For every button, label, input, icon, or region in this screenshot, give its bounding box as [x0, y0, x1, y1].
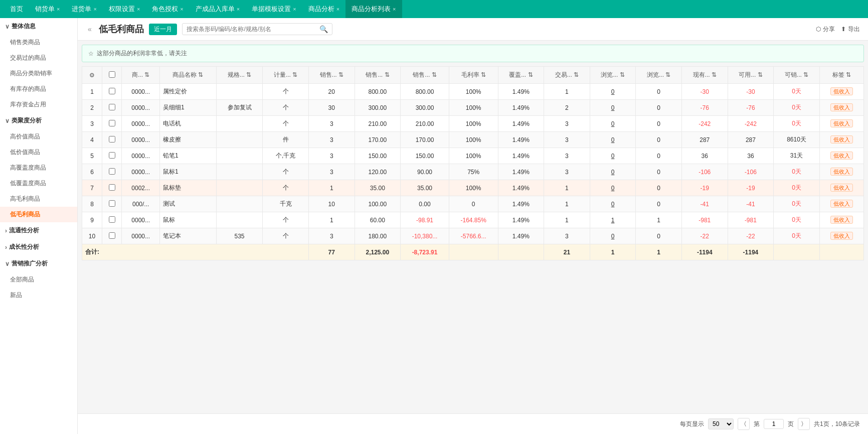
nav-purchase-order[interactable]: 进货单× [66, 0, 102, 18]
row-name[interactable]: 鼠标垫 [159, 180, 216, 196]
sidebar-group-clustering[interactable]: ∨ 类聚度分析 [0, 112, 77, 129]
row-checkbox[interactable] [102, 100, 122, 116]
row-name[interactable]: 橡皮擦 [159, 132, 216, 148]
nav-product-entry[interactable]: 产成品入库单× [190, 0, 246, 18]
close-icon[interactable]: × [393, 6, 396, 12]
sidebar-item-stock-capital[interactable]: 库存资金占用 [0, 97, 77, 112]
row-view1[interactable]: 0 [590, 196, 636, 212]
nav-permissions[interactable]: 权限设置× [103, 0, 146, 18]
sidebar-item-traded-goods[interactable]: 交易过的商品 [0, 50, 77, 66]
row-sales-profit: 800.00 [401, 84, 449, 100]
col-coverage[interactable]: 覆盖... ⇅ [498, 67, 544, 84]
sidebar-group-overall[interactable]: ∨ 整体信息 [0, 18, 77, 35]
col-name[interactable]: 商品名称 ⇅ [159, 67, 216, 84]
sidebar-item-low-value[interactable]: 低价值商品 [0, 144, 77, 160]
row-checkbox[interactable] [102, 132, 122, 148]
row-checkbox[interactable] [102, 196, 122, 212]
sidebar-item-high-margin[interactable]: 高毛利商品 [0, 191, 77, 207]
row-view1[interactable]: 0 [590, 164, 636, 180]
row-unit: 个,千克 [263, 148, 309, 164]
col-available[interactable]: 可用... ⇅ [728, 67, 774, 84]
row-name[interactable]: 测试 [159, 196, 216, 212]
row-name[interactable]: 鼠标 [159, 212, 216, 228]
col-sales-profit[interactable]: 销售... ⇅ [401, 67, 449, 84]
close-icon[interactable]: × [57, 6, 60, 12]
col-view2[interactable]: 浏览... ⇅ [636, 67, 682, 84]
share-button[interactable]: ⬡ 分享 [816, 25, 835, 34]
row-view1[interactable]: 0 [590, 180, 636, 196]
close-icon[interactable]: × [293, 6, 296, 12]
chevron-right-icon: › [5, 227, 7, 234]
close-icon[interactable]: × [237, 6, 240, 12]
col-sellable[interactable]: 可销... ⇅ [774, 67, 820, 84]
close-icon[interactable]: × [336, 6, 339, 12]
row-name[interactable]: 铅笔1 [159, 148, 216, 164]
nav-product-analysis-list[interactable]: 商品分析列表× [345, 0, 402, 18]
page-size-select[interactable]: 20 50 100 [708, 418, 734, 429]
col-view1[interactable]: 浏览... ⇅ [590, 67, 636, 84]
col-checkbox[interactable] [102, 67, 122, 84]
row-view1[interactable]: 0 [590, 84, 636, 100]
row-name[interactable]: 吴细细1 [159, 100, 216, 116]
sidebar-group-circulation[interactable]: › 流通性分析 [0, 222, 77, 239]
row-no: 4 [82, 132, 102, 148]
row-available: -22 [728, 228, 774, 244]
row-view1[interactable]: 0 [590, 100, 636, 116]
col-settings[interactable]: ⚙ [82, 67, 102, 84]
row-checkbox[interactable] [102, 116, 122, 132]
sidebar-item-high-coverage[interactable]: 高覆盖度商品 [0, 160, 77, 176]
col-spec[interactable]: 规格... ⇅ [216, 67, 263, 84]
col-sales-qty[interactable]: 销售... ⇅ [308, 67, 355, 84]
close-icon[interactable]: × [93, 6, 96, 12]
row-name[interactable]: 电话机 [159, 116, 216, 132]
row-name[interactable]: 鼠标1 [159, 164, 216, 180]
sidebar-item-low-margin[interactable]: 低毛利商品 [0, 207, 77, 222]
row-view1[interactable]: 0 [590, 116, 636, 132]
nav-product-analysis[interactable]: 商品分析× [302, 0, 345, 18]
sidebar-item-high-value[interactable]: 高价值商品 [0, 129, 77, 144]
select-all-checkbox[interactable] [109, 71, 115, 78]
row-checkbox[interactable] [102, 164, 122, 180]
sidebar-group-growth[interactable]: › 成长性分析 [0, 239, 77, 255]
search-icon[interactable]: 🔍 [319, 25, 328, 33]
sidebar-item-stocked-goods[interactable]: 有库存的商品 [0, 81, 77, 97]
col-unit[interactable]: 计量... ⇅ [263, 67, 309, 84]
col-gross-margin[interactable]: 毛利率 ⇅ [449, 67, 498, 84]
close-icon[interactable]: × [137, 6, 140, 12]
row-view1[interactable]: 0 [590, 148, 636, 164]
row-name[interactable]: 笔记本 [159, 228, 216, 244]
filter-recent-month-button[interactable]: 近一月 [149, 24, 177, 35]
nav-role-auth[interactable]: 角色授权× [146, 0, 189, 18]
search-input[interactable] [187, 26, 319, 33]
col-tag[interactable]: 标签 ⇅ [819, 67, 863, 84]
col-current-stock[interactable]: 现有... ⇅ [681, 67, 728, 84]
close-icon[interactable]: × [180, 6, 183, 12]
row-checkbox[interactable] [102, 180, 122, 196]
row-checkbox[interactable] [102, 84, 122, 100]
prev-page-button[interactable]: 〈 [738, 418, 750, 430]
sidebar-group-marketing[interactable]: ∨ 营销推广分析 [0, 255, 77, 272]
nav-template-settings[interactable]: 单据模板设置× [246, 0, 302, 18]
export-button[interactable]: ⬆ 导出 [841, 25, 860, 34]
col-code[interactable]: 商... ⇅ [122, 67, 159, 84]
row-checkbox[interactable] [102, 148, 122, 164]
col-transaction[interactable]: 交易... ⇅ [544, 67, 590, 84]
row-view1[interactable]: 1 [590, 212, 636, 228]
col-sales-amount[interactable]: 销售... ⇅ [355, 67, 401, 84]
next-page-button[interactable]: 〉 [798, 418, 810, 430]
page-number-input[interactable] [764, 419, 784, 429]
collapse-sidebar-button[interactable]: « [86, 25, 94, 33]
row-checkbox[interactable] [102, 212, 122, 228]
sidebar-item-all-goods[interactable]: 全部商品 [0, 272, 77, 287]
sidebar-item-category-sales-rate[interactable]: 商品分类助销率 [0, 66, 77, 81]
nav-sales-order[interactable]: 销货单× [29, 0, 66, 18]
nav-home[interactable]: 首页 [4, 0, 29, 18]
sidebar-item-new-goods[interactable]: 新品 [0, 287, 77, 303]
row-checkbox[interactable] [102, 228, 122, 244]
row-view1[interactable]: 0 [590, 132, 636, 148]
sidebar-item-low-coverage[interactable]: 低覆盖度商品 [0, 176, 77, 191]
row-view1[interactable]: 0 [590, 228, 636, 244]
sidebar-item-sales-goods[interactable]: 销售类商品 [0, 35, 77, 50]
tag-badge: 低收入 [830, 200, 853, 208]
row-name[interactable]: 属性定价 [159, 84, 216, 100]
